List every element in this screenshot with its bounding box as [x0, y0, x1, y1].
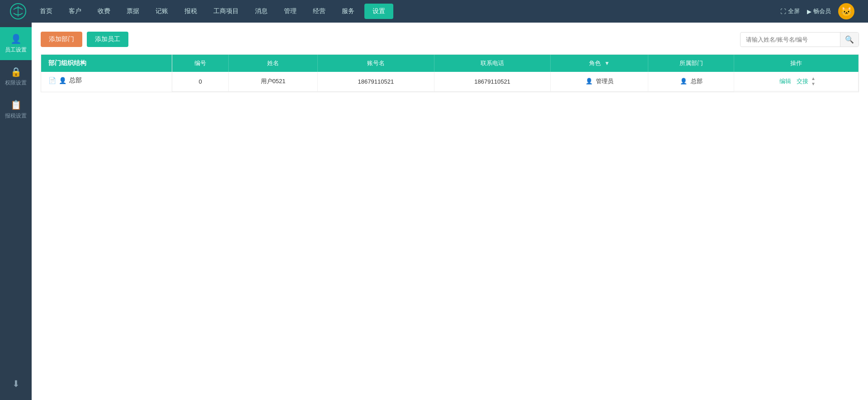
search-input[interactable] — [741, 33, 840, 46]
search-box: 🔍 — [740, 32, 859, 47]
top-nav: 首页 客户 收费 票据 记账 报税 工商项目 消息 管理 经营 服务 设置 ⛶ … — [0, 0, 868, 23]
table-row: 0 用户0521 18679110521 18679110521 👤 管理员 👤… — [172, 72, 859, 91]
scroll-down-icon[interactable]: ▼ — [811, 82, 816, 86]
handover-button[interactable]: 交接 — [797, 77, 808, 85]
dept-user-icon: 👤 — [680, 78, 687, 85]
col-id: 编号 — [172, 55, 229, 72]
nav-settings[interactable]: 设置 — [364, 4, 393, 19]
sidebar-bottom: ⬇ — [0, 372, 32, 400]
cell-phone: 18679110521 — [434, 72, 551, 91]
cell-id: 0 — [172, 72, 229, 91]
nav-home[interactable]: 首页 — [32, 0, 61, 23]
edit-button[interactable]: 编辑 — [779, 77, 791, 85]
employee-table: 编号 姓名 账号名 联系电话 角色 ▼ 所属部门 操作 — [172, 55, 859, 92]
nav-message[interactable]: 消息 — [247, 0, 276, 23]
sidebar: 👤 员工设置 🔒 权限设置 📋 报税设置 ⬇ — [0, 23, 32, 400]
sidebar-item-employee[interactable]: 👤 员工设置 — [0, 27, 32, 60]
table-panel: 编号 姓名 账号名 联系电话 角色 ▼ 所属部门 操作 — [172, 55, 859, 92]
member-button[interactable]: ▶ 畅会员 — [807, 7, 831, 15]
nav-operation[interactable]: 经营 — [305, 0, 334, 23]
sidebar-item-taxsettings[interactable]: 📋 报税设置 — [0, 93, 32, 126]
employee-icon: 👤 — [10, 33, 22, 44]
toolbar: 添加部门 添加员工 🔍 — [41, 32, 859, 47]
role-user-icon: 👤 — [585, 78, 593, 85]
nav-customer[interactable]: 客户 — [61, 0, 90, 23]
nav-service[interactable]: 服务 — [334, 0, 363, 23]
lock-icon: 🔒 — [10, 66, 22, 77]
nav-accounting[interactable]: 记账 — [147, 0, 176, 23]
col-dept: 所属部门 — [648, 55, 734, 72]
col-account: 账号名 — [318, 55, 434, 72]
add-dept-button[interactable]: 添加部门 — [41, 32, 82, 47]
nav-manage[interactable]: 管理 — [276, 0, 305, 23]
cell-account: 18679110521 — [318, 72, 434, 91]
avatar[interactable]: 🐱 — [838, 3, 854, 19]
file-icon: 📄 — [48, 77, 56, 84]
cell-actions: 编辑 交接 ▲ ▼ — [734, 72, 858, 91]
sidebar-download[interactable]: ⬇ — [0, 372, 32, 395]
report-icon: 📋 — [10, 99, 22, 110]
cell-role: 👤 管理员 — [551, 72, 648, 91]
filter-icon[interactable]: ▼ — [604, 60, 610, 66]
row-scroll-arrows[interactable]: ▲ ▼ — [811, 76, 816, 86]
col-role[interactable]: 角色 ▼ — [551, 55, 648, 72]
sidebar-item-permission[interactable]: 🔒 权限设置 — [0, 60, 32, 93]
cell-dept: 👤 总部 — [648, 72, 734, 91]
logo — [5, 0, 32, 23]
nav-business[interactable]: 工商项目 — [205, 0, 247, 23]
cell-name: 用户0521 — [229, 72, 318, 91]
tree-item-root[interactable]: 📄 👤 总部 — [41, 72, 172, 89]
nav-items: 首页 客户 收费 票据 记账 报税 工商项目 消息 管理 经营 服务 设置 — [32, 0, 780, 23]
play-icon: ▶ — [807, 8, 811, 15]
col-phone: 联系电话 — [434, 55, 551, 72]
user-icon: 👤 — [59, 77, 66, 84]
tree-header: 部门组织结构 — [41, 55, 172, 72]
nav-fee[interactable]: 收费 — [90, 0, 118, 23]
content-area: 添加部门 添加员工 🔍 部门组织结构 📄 👤 总部 — [32, 23, 868, 400]
nav-invoice[interactable]: 票据 — [118, 0, 147, 23]
col-name: 姓名 — [229, 55, 318, 72]
search-button[interactable]: 🔍 — [840, 33, 859, 47]
nav-right: ⛶ 全屏 ▶ 畅会员 🐱 — [780, 3, 863, 19]
col-action: 操作 — [734, 55, 859, 72]
main-layout: 👤 员工设置 🔒 权限设置 📋 报税设置 ⬇ 添加部门 添加员工 🔍 — [0, 23, 868, 400]
tree-panel: 部门组织结构 📄 👤 总部 — [41, 55, 172, 92]
download-icon: ⬇ — [12, 378, 20, 389]
add-staff-button[interactable]: 添加员工 — [87, 32, 128, 47]
fullscreen-button[interactable]: ⛶ 全屏 — [780, 7, 800, 15]
fullscreen-icon: ⛶ — [780, 8, 786, 15]
scroll-up-icon[interactable]: ▲ — [811, 76, 816, 81]
nav-tax[interactable]: 报税 — [176, 0, 205, 23]
employee-layout: 部门组织结构 📄 👤 总部 编号 姓名 账号名 联系电话 — [41, 54, 859, 92]
